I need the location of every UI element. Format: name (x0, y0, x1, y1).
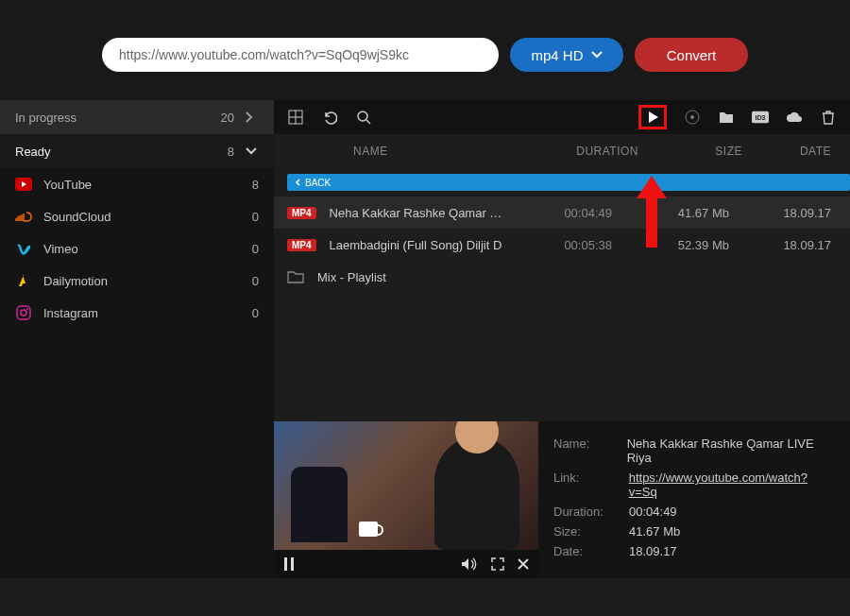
svg-rect-1 (17, 306, 30, 319)
table-row[interactable]: MP4 Laembadgini (Full Song) Diljit D 00:… (274, 229, 850, 261)
close-preview-button[interactable] (518, 558, 529, 570)
format-chip: MP4 (287, 239, 316, 251)
disc-icon[interactable] (684, 109, 701, 126)
top-bar: mp4 HD Convert (0, 0, 850, 100)
table-row[interactable]: MP4 Neha Kakkar Rashke Qamar LIVE 00:04:… (274, 197, 850, 229)
back-button[interactable]: BACK (287, 174, 850, 191)
source-count: 8 (236, 178, 259, 192)
svg-line-8 (366, 120, 370, 124)
meta-date-key: Date: (553, 544, 620, 558)
col-duration: DURATION (544, 145, 638, 158)
instagram-icon (15, 304, 32, 321)
row-date: 18.09.17 (742, 206, 837, 220)
preview-metadata: Name:Neha Kakkar Rashke Qamar LIVE Riya … (538, 421, 850, 578)
source-count: 0 (236, 242, 259, 256)
table-header: NAME DURATION SIZE DATE (274, 134, 850, 168)
meta-link-value[interactable]: https://www.youtube.com/watch?v=Sq (629, 471, 835, 499)
sidebar-source-youtube[interactable]: YouTube 8 (0, 168, 274, 200)
meta-duration-key: Duration: (553, 505, 620, 519)
svg-point-3 (26, 308, 28, 310)
grid-view-icon[interactable] (287, 109, 304, 126)
row-duration: 00:04:49 (518, 206, 612, 220)
row-name: Mix - Playlist (317, 270, 504, 284)
cloud-icon[interactable] (786, 109, 803, 126)
meta-name-value: Neha Kakkar Rashke Qamar LIVE Riya (627, 436, 835, 465)
play-button-highlighted[interactable] (638, 105, 667, 129)
soundcloud-icon (15, 208, 32, 225)
convert-button[interactable]: Convert (635, 38, 748, 72)
convert-label: Convert (667, 47, 717, 63)
sidebar-source-instagram[interactable]: Instagram 0 (0, 297, 274, 329)
svg-rect-14 (291, 557, 294, 571)
chevron-right-icon (246, 111, 259, 123)
pause-button[interactable] (283, 557, 295, 571)
play-icon (645, 110, 660, 125)
vimeo-icon (15, 240, 32, 257)
sidebar: In progress 20 Ready 8 YouTube 8 SoundCl… (0, 100, 274, 578)
folder-icon[interactable] (718, 109, 735, 126)
svg-text:ID3: ID3 (755, 113, 765, 122)
source-count: 0 (236, 306, 259, 320)
toolbar: ID3 (274, 100, 850, 134)
source-count: 0 (236, 274, 259, 288)
source-name: YouTube (43, 178, 225, 192)
sidebar-source-vimeo[interactable]: Vimeo 0 (0, 232, 274, 265)
meta-name-key: Name: (553, 436, 618, 465)
meta-size-key: Size: (553, 524, 620, 539)
svg-point-7 (358, 111, 367, 121)
undo-icon[interactable] (321, 109, 338, 126)
back-label: BACK (305, 178, 331, 188)
sidebar-source-dailymotion[interactable]: Dailymotion 0 (0, 265, 274, 297)
svg-rect-13 (284, 557, 287, 571)
search-icon[interactable] (355, 109, 372, 126)
chevron-down-icon (246, 147, 259, 155)
format-dropdown[interactable]: mp4 HD (510, 38, 623, 72)
row-name: Neha Kakkar Rashke Qamar LIVE (330, 206, 504, 220)
svg-point-10 (690, 115, 694, 119)
sidebar-in-progress[interactable]: In progress 20 (0, 100, 274, 134)
url-input[interactable] (102, 38, 499, 72)
col-name: NAME (287, 145, 544, 158)
col-date: DATE (742, 145, 837, 158)
ready-label: Ready (15, 145, 200, 159)
sidebar-ready[interactable]: Ready 8 (0, 134, 274, 168)
meta-duration-value: 00:04:49 (629, 505, 677, 519)
id3-tag-icon[interactable]: ID3 (752, 109, 769, 126)
ready-count: 8 (212, 145, 234, 159)
source-name: Vimeo (43, 242, 225, 256)
back-icon (295, 179, 302, 186)
volume-button[interactable] (461, 557, 478, 571)
chevron-down-icon (591, 51, 603, 59)
row-date: 18.09.17 (742, 238, 837, 252)
source-name: Instagram (43, 306, 225, 320)
source-name: SoundCloud (43, 210, 225, 224)
row-size: 41.67 Mb (625, 206, 729, 220)
meta-date-value: 18.09.17 (629, 544, 677, 558)
content-area: ID3 NAME DURATION SIZE DATE BACK MP4 Neh… (274, 100, 850, 578)
meta-link-key: Link: (553, 471, 620, 499)
in-progress-count: 20 (212, 111, 234, 125)
dailymotion-icon (15, 272, 32, 289)
table-row[interactable]: Mix - Playlist (274, 261, 850, 293)
format-label: mp4 HD (531, 47, 583, 63)
format-chip: MP4 (287, 207, 316, 219)
fullscreen-button[interactable] (491, 557, 504, 571)
row-size: 52.39 Mb (625, 238, 729, 252)
video-thumbnail[interactable] (274, 421, 538, 550)
trash-icon[interactable] (820, 109, 837, 126)
meta-size-value: 41.67 Mb (629, 524, 680, 539)
sidebar-source-soundcloud[interactable]: SoundCloud 0 (0, 200, 274, 232)
row-duration: 00:05:38 (518, 238, 612, 252)
in-progress-label: In progress (15, 111, 200, 125)
youtube-icon (15, 176, 32, 193)
col-size: SIZE (638, 145, 742, 158)
svg-point-2 (21, 310, 26, 316)
source-count: 0 (236, 210, 259, 224)
video-controls (274, 550, 538, 578)
preview-video (274, 421, 538, 578)
preview-panel: Name:Neha Kakkar Rashke Qamar LIVE Riya … (274, 421, 850, 578)
row-name: Laembadgini (Full Song) Diljit D (330, 238, 504, 252)
folder-row-icon (287, 270, 304, 283)
source-name: Dailymotion (43, 274, 225, 288)
